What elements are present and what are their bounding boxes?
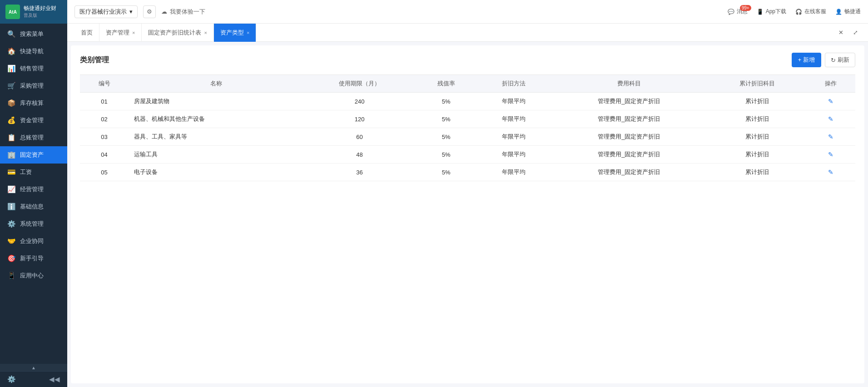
tabs-bar: 首页 资产管理 × 固定资产折旧统计表 × 资产类型 × ✕ ⤢ [67,24,868,42]
sidebar-item-基础信息[interactable]: ℹ️ 基础信息 [0,198,67,215]
col-header-0: 编号 [80,75,129,93]
row-period-0: 240 [303,93,415,110]
row-cost-2: 管理费用_固定资产折旧 [551,128,707,146]
sidebar-item-应用中心[interactable]: 📱 应用中心 [0,267,67,284]
page-title: 类别管理 [80,55,109,65]
customer-service-label: 在线客服 [804,8,826,15]
row-action-4[interactable]: ✎ [807,164,855,181]
topbar: 医疗器械行业演示 ▾ ⚙ ☁ 我要体验一下 💬 消息 99+ 📱 App下载 [67,0,868,24]
row-method-0: 年限平均 [477,93,551,110]
nav-icon-6: 📋 [7,134,15,142]
message-action[interactable]: 💬 消息 99+ [728,8,748,15]
tab-asset-close[interactable]: × [132,30,135,35]
row-residual-1: 5% [416,110,477,128]
col-header-3: 残值率 [416,75,477,93]
row-name-0: 房屋及建筑物 [129,93,303,110]
customer-service-action[interactable]: 🎧 在线客服 [795,8,826,15]
row-action-1[interactable]: ✎ [807,110,855,128]
col-header-4: 折旧方法 [477,75,551,93]
new-button[interactable]: + 新增 [792,53,821,67]
sidebar-item-销售管理[interactable]: 📊 销售管理 [0,60,67,77]
row-period-2: 60 [303,128,415,146]
settings-icon[interactable]: ⚙️ [7,375,16,383]
row-name-4: 电子设备 [129,164,303,181]
tab-asset-type-close[interactable]: × [247,30,249,35]
row-period-4: 36 [303,164,415,181]
row-id-2: 03 [80,128,129,146]
tab-depreciation-label: 固定资产折旧统计表 [148,29,201,37]
app-download-action[interactable]: 📱 App下载 [757,8,786,15]
row-method-4: 年限平均 [477,164,551,181]
sidebar-item-新手引导[interactable]: 🎯 新手引导 [0,250,67,267]
nav-icon-5: 💰 [7,116,15,124]
col-header-5: 费用科目 [551,75,707,93]
edit-icon-4[interactable]: ✎ [828,169,833,176]
edit-icon-0[interactable]: ✎ [828,98,833,105]
topbar-right: 💬 消息 99+ 📱 App下载 🎧 在线客服 👤 畅捷通 [728,8,861,15]
tab-asset-label: 资产管理 [106,29,129,37]
tab-expand-button[interactable]: ⤢ [850,27,861,38]
nav-icon-2: 📊 [7,64,15,73]
sidebar-item-快捷导航[interactable]: 🏠 快捷导航 [0,43,67,60]
table-row: 01 房屋及建筑物 240 5% 年限平均 管理费用_固定资产折旧 累计折旧 ✎ [80,93,855,110]
tab-asset-type[interactable]: 资产类型 × [214,24,256,42]
asset-type-table: 编号名称使用期限（月）残值率折旧方法费用科目累计折旧科目操作 01 房屋及建筑物… [80,74,855,181]
nav-icon-3: 🛒 [7,82,15,90]
row-action-3[interactable]: ✎ [807,146,855,164]
experience-link[interactable]: ☁ 我要体验一下 [161,8,205,16]
company-selector[interactable]: 医疗器械行业演示 ▾ [74,5,138,18]
row-id-4: 05 [80,164,129,181]
user-icon: 👤 [835,9,842,15]
row-cost-3: 管理费用_固定资产折旧 [551,146,707,164]
sidebar-item-总账管理[interactable]: 📋 总账管理 [0,129,67,146]
sidebar-item-固定资产[interactable]: 🏢 固定资产 [0,146,67,164]
row-name-2: 器具、工具、家具等 [129,128,303,146]
sidebar-nav: 🔍 搜索菜单 🏠 快捷导航 📊 销售管理 🛒 采购管理 📦 库存核算 💰 资金管… [0,24,67,364]
tab-depreciation-report[interactable]: 固定资产折旧统计表 × [142,24,213,42]
edit-icon-2[interactable]: ✎ [828,133,833,140]
row-residual-2: 5% [416,128,477,146]
row-action-0[interactable]: ✎ [807,93,855,110]
nav-icon-12: 🤝 [7,237,15,245]
user-action[interactable]: 👤 畅捷通 [835,8,861,15]
nav-label-8: 工资 [20,168,32,176]
tab-home[interactable]: 首页 [74,24,99,42]
sidebar-item-资金管理[interactable]: 💰 资金管理 [0,112,67,129]
nav-label-9: 经营管理 [20,185,44,194]
nav-label-13: 新手引导 [20,254,44,263]
tab-close-button[interactable]: ✕ [835,27,846,38]
row-name-3: 运输工具 [129,146,303,164]
nav-icon-8: 💳 [7,168,15,176]
row-id-1: 02 [80,110,129,128]
table-row: 04 运输工具 48 5% 年限平均 管理费用_固定资产折旧 累计折旧 ✎ [80,146,855,164]
nav-icon-7: 🏢 [7,151,15,159]
headset-icon: 🎧 [795,9,802,15]
nav-label-1: 快捷导航 [20,47,44,55]
tab-asset-management[interactable]: 资产管理 × [99,24,142,42]
row-action-2[interactable]: ✎ [807,128,855,146]
row-accum-1: 累计折旧 [708,110,807,128]
row-id-3: 04 [80,146,129,164]
refresh-button[interactable]: ↻ 刷新 [825,53,855,67]
nav-icon-9: 📈 [7,185,15,194]
sidebar-item-系统管理[interactable]: ⚙️ 系统管理 [0,215,67,233]
sidebar-item-搜索菜单[interactable]: 🔍 搜索菜单 [0,25,67,43]
nav-label-3: 采购管理 [20,82,44,90]
tab-depreciation-close[interactable]: × [204,30,207,35]
sidebar-item-经营管理[interactable]: 📈 经营管理 [0,181,67,198]
phone-icon: 📱 [757,9,764,15]
experience-text: 我要体验一下 [170,8,205,16]
nav-icon-10: ℹ️ [7,203,15,211]
sidebar-item-企业协同[interactable]: 🤝 企业协同 [0,233,67,250]
settings-button[interactable]: ⚙ [143,5,156,18]
edit-icon-3[interactable]: ✎ [828,151,833,158]
collapse-icon[interactable]: ◀◀ [49,375,60,383]
edit-icon-1[interactable]: ✎ [828,115,833,123]
tab-home-label: 首页 [81,29,93,37]
nav-label-6: 总账管理 [20,134,44,142]
sidebar-item-采购管理[interactable]: 🛒 采购管理 [0,77,67,94]
sidebar-item-库存核算[interactable]: 📦 库存核算 [0,94,67,112]
sidebar-scroll-up[interactable]: ▲ [0,364,67,371]
sidebar-item-工资[interactable]: 💳 工资 [0,164,67,181]
app-name: 畅捷通好业财 [24,5,56,12]
